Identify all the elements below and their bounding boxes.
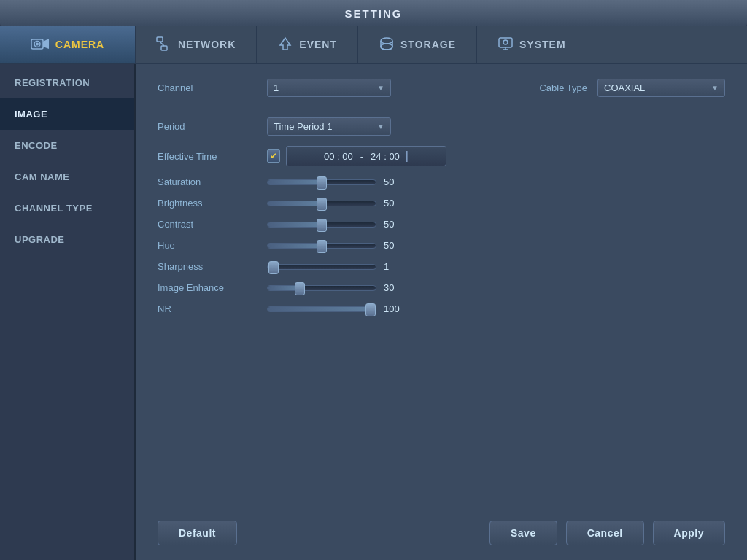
svg-rect-4 — [157, 37, 163, 42]
image-enhance-value: 30 — [384, 282, 409, 293]
svg-line-6 — [160, 42, 164, 46]
brightness-label: Brightness — [158, 198, 267, 209]
sidebar-item-cam-name[interactable]: CAM NAME — [0, 161, 134, 192]
saturation-control: 50 — [267, 176, 409, 187]
brightness-slider[interactable] — [267, 201, 376, 206]
image-enhance-slider[interactable] — [267, 285, 376, 291]
channel-control: 1 ▼ — [267, 79, 391, 97]
sidebar-item-image[interactable]: IMAGE — [0, 98, 134, 130]
cable-type-label: Cable Type — [539, 82, 587, 93]
tab-network[interactable]: NETWORK — [136, 26, 257, 63]
svg-rect-5 — [161, 46, 167, 50]
svg-point-2 — [36, 42, 39, 45]
cable-type-select-arrow: ▼ — [711, 84, 719, 92]
saturation-slider[interactable] — [267, 179, 376, 185]
app-title: SETTING — [344, 7, 402, 20]
contrast-slider[interactable] — [267, 222, 376, 228]
sharpness-label: Sharpness — [158, 261, 267, 272]
sidebar-item-encode[interactable]: ENCODE — [0, 130, 134, 161]
default-button[interactable]: Default — [158, 521, 237, 545]
contrast-control: 50 — [267, 219, 409, 230]
tab-storage[interactable]: STORAGE — [358, 26, 477, 63]
tab-event[interactable]: EVENT — [257, 26, 358, 63]
tab-camera-label: CAMERA — [55, 39, 104, 50]
tab-network-label: NETWORK — [178, 39, 236, 50]
channel-cable-row: Channel 1 ▼ Cable Type COAXIAL ▼ — [158, 79, 725, 97]
period-select-arrow: ▼ — [377, 122, 384, 131]
cancel-button[interactable]: Cancel — [566, 521, 644, 545]
image-enhance-label: Image Enhance — [158, 282, 267, 293]
effective-time-control: ✔ 00 : 00 - 24 : 00 | — [267, 146, 446, 166]
system-nav-icon — [498, 36, 514, 53]
channel-label: Channel — [158, 82, 267, 93]
brightness-control: 50 — [267, 198, 409, 209]
period-row: Period Time Period 1 ▼ — [158, 117, 725, 136]
effective-time-input[interactable]: 00 : 00 - 24 : 00 | — [286, 146, 446, 166]
title-bar: SETTING — [0, 0, 747, 26]
brightness-value: 50 — [384, 198, 409, 209]
tab-storage-label: STORAGE — [400, 39, 456, 50]
tab-event-label: EVENT — [299, 39, 337, 50]
cable-type-select[interactable]: COAXIAL ▼ — [597, 79, 725, 97]
brightness-row: Brightness 50 — [158, 198, 725, 209]
effective-time-checkbox[interactable]: ✔ — [267, 149, 280, 163]
form-section: Channel 1 ▼ Cable Type COAXIAL ▼ — [158, 79, 725, 506]
channel-select[interactable]: 1 ▼ — [267, 79, 391, 97]
sharpness-control: 1 — [267, 261, 409, 272]
period-control: Time Period 1 ▼ — [267, 117, 391, 136]
contrast-row: Contrast 50 — [158, 219, 725, 230]
saturation-label: Saturation — [158, 176, 267, 187]
event-nav-icon — [277, 36, 293, 53]
hue-control: 50 — [267, 240, 409, 251]
camera-nav-icon — [31, 36, 50, 53]
hue-slider[interactable] — [267, 243, 376, 249]
time-separator: - — [360, 151, 363, 162]
effective-time-label: Effective Time — [158, 151, 267, 162]
network-nav-icon — [156, 36, 172, 53]
effective-time-row: Effective Time ✔ 00 : 00 - 24 : 00 | — [158, 146, 725, 166]
sharpness-row: Sharpness 1 — [158, 261, 725, 272]
channel-select-arrow: ▼ — [377, 84, 384, 92]
sidebar: REGISTRATION IMAGE ENCODE CAM NAME CHANN… — [0, 64, 136, 560]
contrast-value: 50 — [384, 219, 409, 230]
hue-row: Hue 50 — [158, 240, 725, 251]
image-enhance-control: 30 — [267, 282, 409, 293]
svg-marker-3 — [43, 39, 49, 49]
svg-point-12 — [503, 40, 508, 44]
svg-point-8 — [381, 44, 392, 50]
apply-button[interactable]: Apply — [653, 521, 725, 545]
period-select[interactable]: Time Period 1 ▼ — [267, 117, 391, 136]
svg-point-7 — [381, 38, 392, 44]
nr-row: NR 100 — [158, 303, 725, 314]
svg-rect-9 — [499, 38, 512, 47]
nr-control: 100 — [267, 303, 409, 314]
hue-label: Hue — [158, 240, 267, 251]
main-nav: CAMERA NETWORK EVENT STORA — [0, 26, 747, 64]
tab-system-label: SYSTEM — [519, 39, 566, 50]
save-button[interactable]: Save — [489, 521, 557, 545]
hue-value: 50 — [384, 240, 409, 251]
action-buttons: Save Cancel Apply — [489, 521, 725, 545]
tab-system[interactable]: SYSTEM — [477, 26, 587, 63]
nr-value: 100 — [384, 303, 409, 314]
sidebar-item-registration[interactable]: REGISTRATION — [0, 67, 134, 98]
saturation-value: 50 — [384, 176, 409, 187]
nr-slider[interactable] — [267, 306, 376, 312]
cursor-icon: | — [406, 149, 409, 163]
bottom-bar: Default Save Cancel Apply — [158, 506, 725, 545]
main-panel: Channel 1 ▼ Cable Type COAXIAL ▼ — [136, 64, 747, 560]
sharpness-slider[interactable] — [267, 264, 376, 270]
tab-camera[interactable]: CAMERA — [0, 26, 136, 63]
storage-nav-icon — [379, 36, 395, 53]
content-area: REGISTRATION IMAGE ENCODE CAM NAME CHANN… — [0, 64, 747, 560]
sidebar-item-upgrade[interactable]: UPGRADE — [0, 224, 134, 255]
image-enhance-row: Image Enhance 30 — [158, 282, 725, 293]
saturation-row: Saturation 50 — [158, 176, 725, 187]
sidebar-item-channel-type[interactable]: CHANNEL TYPE — [0, 192, 134, 224]
sharpness-value: 1 — [384, 261, 409, 272]
period-label: Period — [158, 121, 267, 132]
nr-label: NR — [158, 303, 267, 314]
contrast-label: Contrast — [158, 219, 267, 230]
